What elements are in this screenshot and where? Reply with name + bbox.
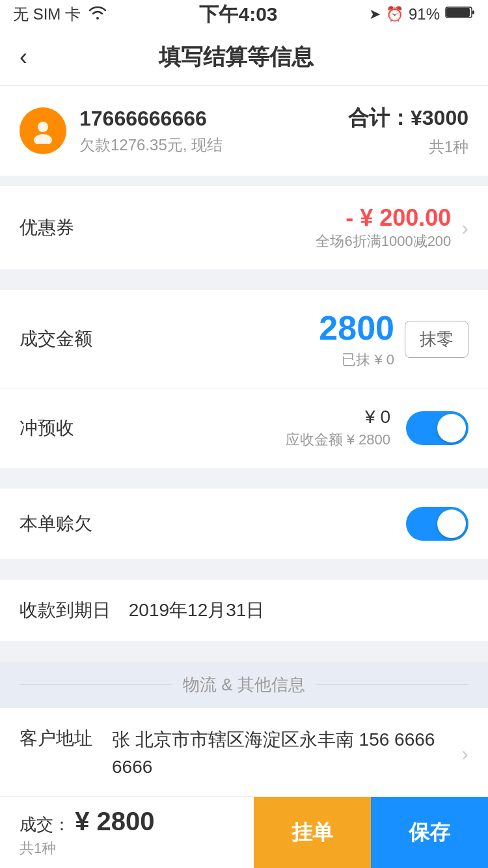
customer-info: 17666666666 欠款1276.35元, 现结: [79, 107, 223, 156]
deal-amount-right: 2800 已抹 ¥ 0 抹零: [319, 308, 468, 370]
coupon-amount: - ¥ 200.00: [316, 204, 451, 232]
customer-card: 17666666666 欠款1276.35元, 现结 合计：¥3000 共1种: [0, 86, 488, 176]
bottom-deal-amount: ¥ 2800: [75, 807, 154, 835]
debt-label: 本单赊欠: [20, 511, 92, 536]
chong-value: ¥ 0: [74, 407, 390, 427]
address-label: 客户地址: [20, 726, 92, 751]
customer-left: 17666666666 欠款1276.35元, 现结: [20, 107, 223, 156]
deal-amount-label: 成交金额: [20, 327, 92, 351]
bottom-summary: 成交： ¥ 2800 共1种: [0, 807, 254, 858]
address-value: 张 北京市市辖区海淀区永丰南 156 6666 6666: [112, 726, 442, 781]
coupon-detail: 全场6折满1000减200: [316, 232, 451, 251]
content-area: 17666666666 欠款1276.35元, 现结 合计：¥3000 共1种 …: [0, 86, 488, 868]
status-bar-time: 下午4:03: [199, 1, 277, 28]
chong-values: ¥ 0 应收金额 ¥ 2800: [74, 407, 406, 450]
chong-toggle[interactable]: [406, 411, 468, 445]
customer-sub: 欠款1276.35元, 现结: [79, 135, 223, 156]
divider-4: [0, 651, 488, 662]
back-button[interactable]: ‹: [20, 44, 27, 71]
svg-point-4: [34, 134, 52, 144]
deal-amount-values: 2800 已抹 ¥ 0: [319, 308, 394, 370]
hang-order-button[interactable]: 挂单: [254, 797, 371, 869]
customer-right: 合计：¥3000 共1种: [348, 104, 468, 157]
chong-pre-receive-row: 冲预收 ¥ 0 应收金额 ¥ 2800: [0, 388, 488, 468]
svg-point-3: [38, 122, 48, 132]
coupon-values: - ¥ 200.00 全场6折满1000减200: [316, 204, 451, 251]
coupon-right: - ¥ 200.00 全场6折满1000减200 ›: [316, 204, 468, 251]
debt-section: 本单赊欠: [0, 489, 488, 559]
due-date-row: 收款到期日 2019年12月31日: [0, 580, 488, 641]
coupon-label: 优惠券: [20, 215, 74, 240]
coupon-row[interactable]: 优惠券 - ¥ 200.00 全场6折满1000减200 ›: [0, 186, 488, 269]
deal-amount-row: 成交金额 2800 已抹 ¥ 0 抹零: [0, 290, 488, 388]
coupon-section: 优惠券 - ¥ 200.00 全场6折满1000减200 ›: [0, 186, 488, 269]
chong-label: 冲预收: [20, 416, 74, 441]
bottom-deal-count: 共1种: [20, 839, 234, 858]
round-zero-button[interactable]: 抹零: [405, 321, 468, 358]
svg-rect-2: [472, 10, 474, 14]
logistics-label-text: 物流 & 其他信息: [183, 673, 305, 696]
svg-rect-1: [446, 8, 470, 17]
sim-status: 无 SIM 卡: [13, 4, 81, 25]
due-date-label: 收款到期日 2019年12月31日: [20, 598, 264, 623]
chevron-right-icon: ›: [461, 216, 468, 240]
status-bar: 无 SIM 卡 下午4:03 ➤ ⏰ 91%: [0, 0, 488, 29]
due-date-value: 2019年12月31日: [129, 600, 265, 620]
deal-amount-value: 2800: [319, 308, 394, 347]
status-bar-right: ➤ ⏰ 91%: [369, 5, 475, 23]
status-bar-left: 无 SIM 卡: [13, 4, 108, 25]
address-row[interactable]: 客户地址 张 北京市市辖区海淀区永丰南 156 6666 6666 ›: [0, 708, 488, 799]
bottom-deal-info: 成交： ¥ 2800: [20, 807, 234, 836]
deal-sub: 已抹 ¥ 0: [319, 350, 394, 370]
address-chevron-icon: ›: [461, 742, 468, 766]
save-button[interactable]: 保存: [371, 797, 488, 869]
debt-toggle[interactable]: [406, 507, 468, 541]
page-title: 填写结算等信息: [40, 42, 432, 72]
bottom-deal-label: 成交：: [20, 815, 70, 834]
location-icon: ➤: [369, 6, 381, 23]
chong-sub: 应收金额 ¥ 2800: [74, 430, 390, 450]
divider-3: [0, 569, 488, 580]
debt-row: 本单赊欠: [0, 489, 488, 559]
battery-icon: [445, 5, 475, 23]
bottom-bar: 成交： ¥ 2800 共1种 挂单 保存: [0, 796, 488, 868]
total-count: 共1种: [348, 137, 468, 157]
due-date-section: 收款到期日 2019年12月31日: [0, 580, 488, 641]
total-amount: 合计：¥3000: [348, 104, 468, 133]
battery-percent: 91%: [409, 5, 440, 23]
avatar: [20, 107, 66, 154]
wifi-icon: [87, 5, 108, 23]
logistics-section-label: 物流 & 其他信息: [0, 662, 488, 708]
divider-2: [0, 478, 488, 489]
alarm-icon: ⏰: [386, 6, 403, 23]
customer-phone: 17666666666: [79, 107, 223, 131]
divider-1: [0, 280, 488, 290]
deal-amount-section: 成交金额 2800 已抹 ¥ 0 抹零 冲预收 ¥ 0 应收金额 ¥ 2800: [0, 290, 488, 468]
nav-bar: ‹ 填写结算等信息: [0, 29, 488, 86]
